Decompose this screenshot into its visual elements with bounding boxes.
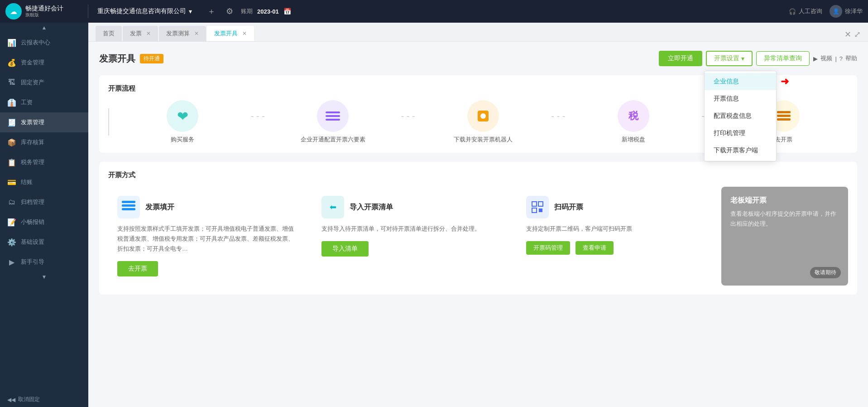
settings-button-label: 开票设置 bbox=[714, 54, 739, 63]
expense-icon: 📝 bbox=[7, 218, 16, 227]
tab-invoice-calc[interactable]: 发票测算 ✕ bbox=[159, 26, 206, 41]
question-icon: ? bbox=[839, 55, 843, 62]
sidebar-item-expense[interactable]: 📝 小畅报销 bbox=[0, 212, 88, 232]
sidebar-item-basic-settings[interactable]: ⚙️ 基础设置 bbox=[0, 232, 88, 252]
flow-step-5-label: 去开票 bbox=[775, 136, 792, 144]
method-card-fill: 发票填开 支持按照发票样式手工填开发票；可开具增值税电子普通发票、增值税普通发票… bbox=[108, 187, 305, 286]
basic-settings-icon: ⚙️ bbox=[7, 237, 16, 247]
inventory-icon: 📦 bbox=[7, 138, 16, 147]
method-desc-scan: 支持定制开票二维码，客户端可扫码开票 bbox=[526, 224, 705, 234]
svg-rect-7 bbox=[777, 118, 791, 121]
top-right: 🎧 人工咨询 👤 徐泽华 bbox=[789, 5, 863, 18]
tab-invoice[interactable]: 发票 ✕ bbox=[123, 26, 158, 41]
logo-area: ☁ 畅捷通好会计 旗舰版 bbox=[5, 3, 82, 19]
settings-button[interactable]: 开票设置 ▾ bbox=[706, 51, 753, 66]
svg-rect-15 bbox=[532, 208, 537, 213]
video-label: 视频 bbox=[820, 54, 832, 63]
human-consult-button[interactable]: 🎧 人工咨询 bbox=[789, 7, 822, 15]
red-arrow-icon: ➜ bbox=[781, 76, 789, 87]
flow-step-4-icon: 税 bbox=[618, 100, 649, 132]
exception-button[interactable]: 异常清单查询 bbox=[756, 51, 810, 66]
cloud-reports-icon: 📊 bbox=[7, 38, 16, 47]
new-guide-icon: ▶ bbox=[7, 257, 16, 266]
method-desc-import: 支持导入待开票清单，可对待开票清单进行拆分、合并处理。 bbox=[321, 224, 500, 234]
tab-home[interactable]: 首页 bbox=[96, 26, 122, 41]
overlay-desc: 查看老板端小程序提交的开票申请，并作出相应的处理。 bbox=[730, 209, 839, 229]
fixed-assets-icon: 🏗 bbox=[7, 78, 16, 87]
method-desc-fill: 支持按照发票样式手工填开发票；可开具增值税电子普通发票、增值税普通发票、增值税专… bbox=[117, 224, 296, 254]
method-icon-scan bbox=[526, 196, 549, 218]
svg-rect-0 bbox=[326, 111, 340, 113]
sidebar-item-cloud-reports[interactable]: 📊 云报表中心 bbox=[0, 33, 88, 53]
tab-invoice-calc-close[interactable]: ✕ bbox=[194, 30, 199, 37]
status-badge: 待开通 bbox=[140, 54, 163, 63]
company-selector[interactable]: 重庆畅捷交通信息咨询有限公司 ▾ bbox=[94, 5, 196, 17]
flow-arrow-2: - - - bbox=[401, 111, 415, 133]
settings-icon[interactable]: ⚙ bbox=[223, 5, 236, 18]
chevron-down-icon: ▾ bbox=[189, 8, 192, 15]
page-title-area: 发票开具 待开通 bbox=[99, 53, 163, 65]
sidebar-item-new-guide[interactable]: ▶ 新手引导 bbox=[0, 252, 88, 272]
period-value: 2023-01 bbox=[257, 8, 279, 15]
qr-manage-button[interactable]: 开票码管理 bbox=[526, 241, 570, 255]
app-version: 旗舰版 bbox=[25, 12, 63, 18]
tab-invoice-issue-label: 发票开具 bbox=[214, 29, 238, 38]
flow-step-2: 企业开通配置开票六要素 bbox=[269, 100, 398, 144]
sidebar-item-tax-mgmt[interactable]: 📋 税务管理 bbox=[0, 152, 88, 172]
tab-invoice-close[interactable]: ✕ bbox=[146, 30, 151, 37]
method-header-import: ⬅ 导入开票清单 bbox=[321, 196, 500, 218]
tab-close-icon[interactable]: ✕ bbox=[844, 29, 851, 39]
tab-invoice-issue[interactable]: 发票开具 ✕ bbox=[207, 26, 254, 41]
sidebar-item-archive[interactable]: 🗂 归档管理 bbox=[0, 192, 88, 212]
sidebar-item-salary[interactable]: 👔 工资 bbox=[0, 92, 88, 112]
sidebar-item-invoice-mgmt[interactable]: 🧾 发票管理 bbox=[0, 112, 88, 132]
add-button[interactable]: ＋ bbox=[205, 5, 218, 18]
svg-rect-9 bbox=[122, 204, 135, 207]
svg-rect-10 bbox=[122, 208, 135, 210]
view-apply-button[interactable]: 查看申请 bbox=[575, 241, 614, 255]
user-name: 徐泽华 bbox=[845, 7, 863, 15]
page-header: 发票开具 待开通 立即开通 开票设置 ▾ 异常清单查询 ▶ bbox=[99, 51, 857, 66]
activate-button[interactable]: 立即开通 bbox=[659, 51, 702, 66]
svg-text:⬅: ⬅ bbox=[330, 203, 336, 212]
method-header-scan: 扫码开票 bbox=[526, 196, 705, 218]
video-help[interactable]: ▶ 视频 | ? 帮助 bbox=[813, 54, 857, 63]
period-label: 账期 bbox=[241, 7, 253, 15]
avatar: 👤 bbox=[830, 5, 842, 18]
archive-icon: 🗂 bbox=[7, 198, 16, 207]
consult-label: 人工咨询 bbox=[799, 7, 822, 15]
dropdown-item-invoice-info[interactable]: 开票信息 bbox=[705, 90, 776, 107]
import-list-button[interactable]: 导入清单 bbox=[321, 241, 369, 257]
flow-step-2-label: 企业开通配置开票六要素 bbox=[301, 136, 365, 144]
closing-icon: 💳 bbox=[7, 178, 16, 187]
settings-dropdown: 企业信息 ➜ 开票信息 配置税盘信息 打印机管理 bbox=[704, 71, 777, 161]
tab-maximize-icon[interactable]: ⤢ bbox=[854, 29, 861, 39]
dropdown-item-download-client[interactable]: 下载开票客户端 bbox=[705, 142, 776, 159]
headphone-icon: 🎧 bbox=[789, 8, 796, 15]
sidebar-item-funds[interactable]: 💰 资金管理 bbox=[0, 53, 88, 73]
page-title: 发票开具 bbox=[99, 53, 135, 65]
sidebar-scroll-down[interactable]: ▼ bbox=[0, 272, 88, 282]
dropdown-item-company-info[interactable]: 企业信息 bbox=[705, 73, 776, 90]
sidebar-item-closing[interactable]: 💳 结账 bbox=[0, 172, 88, 192]
sidebar-item-inventory[interactable]: 📦 库存核算 bbox=[0, 132, 88, 152]
tab-home-label: 首页 bbox=[103, 29, 115, 38]
tab-invoice-label: 发票 bbox=[130, 29, 142, 38]
fill-invoice-button[interactable]: 去开票 bbox=[117, 261, 158, 276]
flow-step-1-label: 购买服务 bbox=[171, 136, 194, 144]
sidebar-item-fixed-assets[interactable]: 🏗 固定资产 bbox=[0, 73, 88, 92]
calendar-icon[interactable]: 📅 bbox=[283, 8, 291, 15]
method-name-fill: 发票填开 bbox=[145, 203, 174, 212]
sidebar-scroll-up[interactable]: ▲ bbox=[0, 23, 88, 33]
user-info[interactable]: 👤 徐泽华 bbox=[830, 5, 863, 18]
tab-invoice-issue-close[interactable]: ✕ bbox=[242, 30, 247, 37]
dropdown-item-printer-mgmt[interactable]: 打印机管理 bbox=[705, 125, 776, 142]
svg-rect-5 bbox=[777, 111, 791, 113]
sidebar-unpin-button[interactable]: ◀◀ 取消固定 bbox=[0, 392, 88, 407]
play-icon: ▶ bbox=[813, 55, 818, 62]
method-icon-fill bbox=[117, 196, 140, 218]
svg-rect-2 bbox=[326, 119, 340, 121]
flow-left-divider bbox=[108, 108, 109, 136]
unpin-icon: ◀◀ bbox=[7, 397, 15, 403]
dropdown-item-tax-config[interactable]: 配置税盘信息 bbox=[705, 107, 776, 125]
